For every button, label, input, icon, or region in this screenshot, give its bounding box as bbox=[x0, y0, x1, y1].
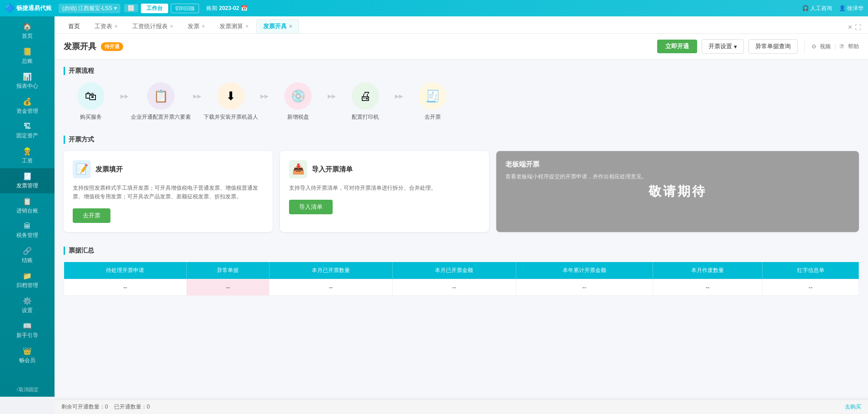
sidebar-item-tax[interactable]: 🏛 税务管理 bbox=[0, 218, 55, 243]
status-badge: 待开通 bbox=[101, 42, 123, 51]
val-year-amount: -- bbox=[516, 279, 653, 296]
invoice-card-import: 📥 导入开票清单 支持导入待开票清单，可对待开票清单进行拆分、合并处理。 导入清… bbox=[280, 151, 489, 232]
flow-section: 开票流程 🛍 购买服务 ▸▸ 📋 企业开通配置开票六要素 ▸▸ ⬇ 下载并安装开… bbox=[55, 60, 868, 128]
tab-salary[interactable]: 工资表 × bbox=[88, 19, 125, 33]
sidebar-item-assets[interactable]: 🏗 固定资产 bbox=[0, 119, 55, 143]
sidebar-item-salary[interactable]: 👷 工资 bbox=[0, 143, 55, 168]
card2-title: 导入开票清单 bbox=[312, 165, 353, 174]
tab-home[interactable]: 首页 bbox=[61, 19, 87, 33]
card1-header: 📝 发票填开 bbox=[73, 160, 264, 178]
flow-step-issue: 🧾 去开票 bbox=[405, 82, 460, 121]
chevron-down-icon: ▾ bbox=[734, 43, 737, 50]
bottom-bar: 剩余可开通数量：0 已开通数量：0 去购买 bbox=[55, 399, 868, 414]
flow-title: 开票流程 bbox=[64, 67, 859, 75]
abnormal-query-button[interactable]: 异常单据查询 bbox=[748, 39, 798, 54]
tab-bar: 首页 工资表 × 工资统计报表 × 发票 × 发票测算 × 发票开具 × bbox=[55, 16, 868, 34]
summary-title: 票据汇总 bbox=[64, 247, 859, 255]
summary-row: -- -- -- -- -- -- -- bbox=[64, 279, 859, 296]
open-settings-button[interactable]: 开票设置 ▾ bbox=[702, 39, 744, 54]
card2-icon: 📥 bbox=[289, 160, 307, 178]
sidebar-item-vip[interactable]: 👑 畅会员 bbox=[0, 343, 55, 368]
summary-table: 待处理开票申请 异常单据 本月已开票数量 本月已开票金额 本年累计开票金额 本月… bbox=[64, 262, 859, 296]
headset-icon: 🎧 bbox=[802, 5, 809, 11]
reports-icon: 📊 bbox=[23, 72, 32, 81]
sidebar-pin-toggle[interactable]: ↑取消固定 bbox=[0, 383, 55, 397]
flow-step-buy: 🛍 购买服务 bbox=[64, 82, 118, 121]
col-month-count: 本月已开票数量 bbox=[269, 262, 392, 279]
sidebar-item-archive[interactable]: 📁 归档管理 bbox=[0, 268, 55, 293]
tab-invoice-issue[interactable]: 发票开具 × bbox=[256, 19, 299, 33]
flow-step-printer: 🖨 配置打印机 bbox=[338, 82, 393, 121]
archive-icon: 📁 bbox=[23, 272, 32, 280]
col-year-amount: 本年累计开票金额 bbox=[516, 262, 653, 279]
col-red-info: 红字信息单 bbox=[763, 262, 859, 279]
tab-invoice-calc[interactable]: 发票测算 × bbox=[213, 19, 255, 33]
ledger-icon: 📒 bbox=[23, 47, 32, 56]
page-header: 发票开具 待开通 立即开通 开票设置 ▾ 异常单据查询 ⊙ 视频 | ⑦ 帮助 bbox=[55, 34, 868, 60]
company-selector[interactable]: (勿动) 江西服宝-LSS ▾ bbox=[59, 4, 120, 13]
tab-close-invoice-issue[interactable]: × bbox=[289, 23, 292, 30]
view-icon: ⊙ bbox=[812, 43, 816, 50]
help-icon[interactable]: ⑦ bbox=[839, 43, 844, 50]
flow-arrow-2: ▸▸ bbox=[193, 91, 201, 101]
invoice-card-old: 老板端开票 查看老板端小程序提交的开票申请，并作出相应处理意见。 敬请期待 bbox=[496, 151, 859, 232]
card1-title: 发票填开 bbox=[95, 165, 123, 174]
top-icons: ⬜ 工作台 切到旧版 账期 2023-02 📅 bbox=[124, 4, 248, 13]
col-abnormal: 异常单据 bbox=[187, 262, 269, 279]
buy-link[interactable]: 去购买 bbox=[845, 403, 861, 411]
tab-close-invoice-calc[interactable]: × bbox=[245, 23, 249, 30]
calendar-icon[interactable]: 📅 bbox=[241, 5, 248, 11]
sidebar-item-invoice[interactable]: 🧾 发票管理 bbox=[0, 168, 55, 193]
header-right-icons: ⊙ 视频 | ⑦ 帮助 bbox=[812, 43, 859, 50]
tab-close-salary[interactable]: × bbox=[115, 23, 118, 30]
sales-icon: 📋 bbox=[23, 197, 32, 206]
sidebar-item-sales[interactable]: 📋 进销台账 bbox=[0, 193, 55, 218]
tab-invoice[interactable]: 发票 × bbox=[181, 19, 212, 33]
sidebar-item-reports[interactable]: 📊 报表中心 bbox=[0, 69, 55, 94]
val-month-amount: -- bbox=[393, 279, 516, 296]
flow-step-taxdisk: 💿 新增税盘 bbox=[271, 82, 325, 121]
funds-icon: 💰 bbox=[23, 97, 32, 106]
buy-icon: 🛍 bbox=[77, 82, 105, 110]
val-pending: -- bbox=[64, 279, 187, 296]
switch-version-button[interactable]: 切到旧版 bbox=[171, 4, 199, 13]
content-area: 首页 工资表 × 工资统计报表 × 发票 × 发票测算 × 发票开具 × bbox=[55, 16, 868, 397]
vip-icon: 👑 bbox=[23, 347, 32, 355]
tab-close-invoice[interactable]: × bbox=[202, 23, 205, 30]
config-icon: 📋 bbox=[147, 82, 175, 110]
tab-salary-report[interactable]: 工资统计报表 × bbox=[125, 19, 180, 33]
val-void-count: -- bbox=[653, 279, 762, 296]
sidebar-item-settings[interactable]: ⚙️ 设置 bbox=[0, 293, 55, 318]
coming-soon-label: 敬请期待 bbox=[496, 151, 859, 232]
page-title: 发票开具 待开通 bbox=[64, 41, 123, 52]
user-icon: 👤 bbox=[839, 5, 846, 11]
salary-icon: 👷 bbox=[23, 147, 32, 156]
flow-arrow-3: ▸▸ bbox=[260, 91, 269, 101]
card1-icon: 📝 bbox=[73, 160, 91, 178]
sidebar-item-home[interactable]: 🏠 首页 bbox=[0, 19, 55, 44]
sidebar-item-settle[interactable]: 🔗 结账 bbox=[0, 243, 55, 268]
sidebar-item-guide[interactable]: 📖 新手引导 bbox=[0, 318, 55, 343]
tab-bar-fullscreen[interactable]: ⛶ bbox=[855, 24, 861, 31]
import-list-button[interactable]: 导入清单 bbox=[289, 200, 333, 214]
home-icon: 🏠 bbox=[23, 22, 32, 31]
period-selector[interactable]: 账期 2023-02 📅 bbox=[206, 5, 248, 12]
copy-button[interactable]: ⬜ bbox=[124, 4, 138, 12]
open-now-button[interactable]: 立即开通 bbox=[657, 40, 697, 53]
tax-icon: 🏛 bbox=[24, 222, 31, 230]
tab-bar-close[interactable]: × bbox=[848, 23, 852, 31]
col-month-amount: 本月已开票金额 bbox=[393, 262, 516, 279]
card1-desc: 支持按照发票样式手工填开发票；可开具增值税电子普通发票、增值税普通发票、增值税专… bbox=[73, 184, 264, 201]
sidebar-item-funds[interactable]: 💰 资金管理 bbox=[0, 94, 55, 119]
tab-close-salary-report[interactable]: × bbox=[170, 23, 173, 30]
flow-arrow-5: ▸▸ bbox=[395, 91, 403, 101]
guide-icon: 📖 bbox=[23, 322, 32, 330]
goto-invoice-button[interactable]: 去开票 bbox=[73, 208, 110, 223]
invoice-modes-title: 开票方式 bbox=[64, 136, 859, 144]
user-info[interactable]: 👤 徐泽华 bbox=[839, 5, 863, 12]
workbench-button[interactable]: 工作台 bbox=[141, 4, 168, 13]
sidebar-item-ledger[interactable]: 📒 总账 bbox=[0, 44, 55, 69]
support-button[interactable]: 🎧 人工咨询 bbox=[802, 5, 832, 12]
invoice-modes-section: 开票方式 📝 发票填开 支持按照发票样式手工填开发票；可开具增值税电子普通发票、… bbox=[55, 128, 868, 239]
settings-icon: ⚙️ bbox=[23, 297, 32, 305]
